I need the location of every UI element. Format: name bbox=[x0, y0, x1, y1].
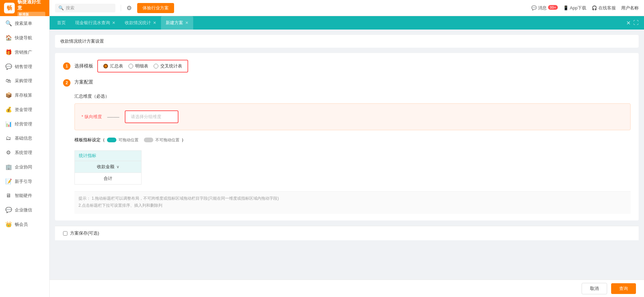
sidebar-item-label: 资金管理 bbox=[15, 107, 32, 113]
dimension-section-title: 汇总维度（必选） bbox=[74, 93, 631, 99]
search-icon: 🔍 bbox=[5, 20, 11, 27]
tab-label: 收款情况统计 bbox=[125, 20, 151, 26]
radio-option-summary[interactable]: 汇总表 bbox=[103, 63, 123, 69]
sidebar-item-quicknav[interactable]: 🏠快捷导航 bbox=[0, 31, 49, 45]
trial-button[interactable]: 体验行业方案 bbox=[137, 3, 174, 13]
sidebar-item-label: 营销推广 bbox=[15, 49, 32, 55]
notification-item[interactable]: 💬 消息 99+ bbox=[531, 5, 558, 11]
template-select-area: 汇总表明细表交叉统计表 bbox=[97, 60, 188, 72]
step1-number: 1 bbox=[63, 62, 70, 70]
search-bar[interactable]: 🔍 搜索 bbox=[55, 4, 115, 12]
dropdown-arrow-icon: ∨ bbox=[116, 164, 119, 169]
sidebar-item-label: 系统管理 bbox=[15, 150, 32, 156]
maximize-icon[interactable]: ⛶ bbox=[633, 20, 639, 26]
tab-close-icon[interactable]: ✕ bbox=[112, 20, 115, 25]
sidebar-item-enterprise[interactable]: 🏢企业协同 bbox=[0, 160, 49, 174]
query-button[interactable]: 查询 bbox=[611, 283, 636, 294]
cancel-button[interactable]: 取消 bbox=[582, 283, 607, 294]
radio-label-cross: 交叉统计表 bbox=[160, 63, 182, 69]
sidebar-item-label: 库存核算 bbox=[15, 92, 32, 98]
guide-icon: 📝 bbox=[5, 178, 11, 185]
tab-home[interactable]: 首页 bbox=[52, 16, 70, 30]
metrics-cell-total: 合计 bbox=[75, 173, 141, 184]
step1-label: 选择模板 bbox=[74, 63, 93, 69]
sidebar-item-purchase[interactable]: 🛍采购管理 bbox=[0, 74, 49, 88]
finance-icon: 💰 bbox=[5, 106, 11, 113]
service-item[interactable]: 🎧 在线客服 bbox=[592, 5, 616, 11]
radio-option-cross[interactable]: 交叉统计表 bbox=[154, 63, 182, 69]
sidebar-item-label: 智能硬件 bbox=[15, 193, 32, 199]
non-draggable-label: 不可拖动位置 bbox=[155, 137, 179, 143]
tab-close-icon[interactable]: ✕ bbox=[153, 20, 156, 25]
radio-input-summary[interactable] bbox=[103, 64, 108, 68]
tab-receipt-stats[interactable]: 收款情况统计✕ bbox=[120, 16, 161, 30]
sidebar-item-basic[interactable]: 🗂基础信息 bbox=[0, 131, 49, 145]
tab-actions: ✕⛶ bbox=[626, 20, 641, 26]
sidebar-item-label: 新手引导 bbox=[15, 179, 32, 185]
sidebar-item-sales[interactable]: 💬销售管理 bbox=[0, 59, 49, 74]
save-row: 方案保存(可选) bbox=[55, 226, 639, 240]
sidebar-item-finance[interactable]: 💰资金管理 bbox=[0, 102, 49, 117]
operation-icon: 📊 bbox=[5, 121, 11, 127]
sidebar-item-label: 快捷导航 bbox=[15, 35, 32, 41]
radio-input-cross[interactable] bbox=[154, 64, 158, 68]
dimension-selector[interactable]: 请选择分组维度 bbox=[125, 110, 178, 123]
page-title: 收款情况统计方案设置 bbox=[55, 35, 639, 48]
radio-input-detail[interactable] bbox=[128, 64, 133, 68]
logo-icon: 畅 bbox=[4, 3, 15, 13]
metrics-table: 统计指标 收款金额 ∨ 合计 bbox=[74, 150, 142, 185]
sidebar-item-search[interactable]: 🔍搜索菜单 bbox=[0, 16, 49, 31]
tab-label: 新建方案 bbox=[166, 20, 183, 26]
draggable-legend: 可拖动位置 bbox=[107, 137, 139, 143]
gear-icon[interactable]: ⚙ bbox=[126, 4, 132, 12]
download-item[interactable]: 📱 App下载 bbox=[563, 5, 586, 11]
step1-row: 1 选择模板 汇总表明细表交叉统计表 bbox=[63, 60, 631, 72]
tab-label: 现金银行流水查询 bbox=[75, 20, 110, 26]
sidebar-item-member[interactable]: 👑畅会员 bbox=[0, 217, 49, 232]
tab-label: 首页 bbox=[57, 20, 66, 26]
save-checkbox[interactable] bbox=[63, 231, 67, 236]
step2-number: 2 bbox=[63, 79, 70, 87]
sidebar-logo: 畅 畅捷通好生意 标准版 bbox=[0, 0, 49, 16]
service-icon: 🎧 bbox=[592, 5, 597, 10]
sidebar-item-hardware[interactable]: 🖥智能硬件 bbox=[0, 189, 49, 203]
basic-icon: 🗂 bbox=[5, 135, 11, 141]
sidebar-item-guide[interactable]: 📝新手引导 bbox=[0, 174, 49, 189]
tip-item: 提示： 1.拖动标题栏可以调整布局，不可跨维度或指标区域拖动栏目字段(只能在同一… bbox=[78, 196, 627, 201]
sidebar-item-marketing[interactable]: 🎁营销推广 bbox=[0, 45, 49, 59]
draggable-indicator bbox=[107, 138, 116, 142]
sidebar-item-label: 经营管理 bbox=[15, 121, 32, 127]
close-window-icon[interactable]: ✕ bbox=[626, 20, 631, 26]
sidebar-item-label: 企业协同 bbox=[15, 164, 32, 170]
download-label: App下载 bbox=[570, 5, 586, 11]
search-placeholder: 搜索 bbox=[66, 5, 74, 11]
topbar: 🔍 搜索 ⚙ 体验行业方案 💬 消息 99+ 📱 App下载 🎧 在线客服 用户… bbox=[50, 0, 644, 16]
tab-close-icon[interactable]: ✕ bbox=[185, 20, 189, 25]
dimension-area: * 纵向维度 —— 请选择分组维度 bbox=[74, 103, 631, 130]
col-header-label: 收款金额 bbox=[97, 164, 114, 170]
radio-label-detail: 明细表 bbox=[135, 63, 148, 69]
sidebar-item-inventory[interactable]: 📦库存核算 bbox=[0, 88, 49, 102]
non-draggable-legend: 不可拖动位置 bbox=[144, 137, 179, 143]
wechat-icon: 💬 bbox=[5, 207, 11, 213]
sidebar-item-system[interactable]: ⚙系统管理 bbox=[0, 145, 49, 160]
sidebar-item-operation[interactable]: 📊经营管理 bbox=[0, 117, 49, 131]
topbar-right: 💬 消息 99+ 📱 App下载 🎧 在线客服 用户名称 bbox=[531, 5, 639, 11]
radio-option-detail[interactable]: 明细表 bbox=[128, 63, 148, 69]
search-icon: 🔍 bbox=[58, 5, 64, 10]
sidebar-item-label: 销售管理 bbox=[15, 64, 32, 70]
tab-new-plan[interactable]: 新建方案✕ bbox=[161, 16, 193, 30]
metrics-config-header-row: 模板指标设定（ 可拖动位置 不可拖动位置 ） bbox=[74, 137, 631, 143]
enterprise-icon: 🏢 bbox=[5, 164, 11, 170]
tab-cashflow[interactable]: 现金银行流水查询✕ bbox=[70, 16, 120, 30]
sales-icon: 💬 bbox=[5, 63, 11, 70]
step2-label: 方案配置 bbox=[74, 79, 93, 85]
tips-section: 提示： 1.拖动标题栏可以调整布局，不可跨维度或指标区域拖动栏目字段(只能在同一… bbox=[74, 191, 631, 214]
metrics-col-header[interactable]: 收款金额 ∨ bbox=[75, 161, 141, 173]
sidebar-item-wechat[interactable]: 💬企业微信 bbox=[0, 203, 49, 217]
draggable-label: 可拖动位置 bbox=[118, 137, 139, 143]
non-draggable-indicator bbox=[144, 138, 153, 142]
sidebar: 畅 畅捷通好生意 标准版 🔍搜索菜单🏠快捷导航🎁营销推广💬销售管理🛍采购管理📦库… bbox=[0, 0, 50, 297]
username[interactable]: 用户名称 bbox=[621, 5, 639, 11]
member-icon: 👑 bbox=[5, 221, 11, 228]
